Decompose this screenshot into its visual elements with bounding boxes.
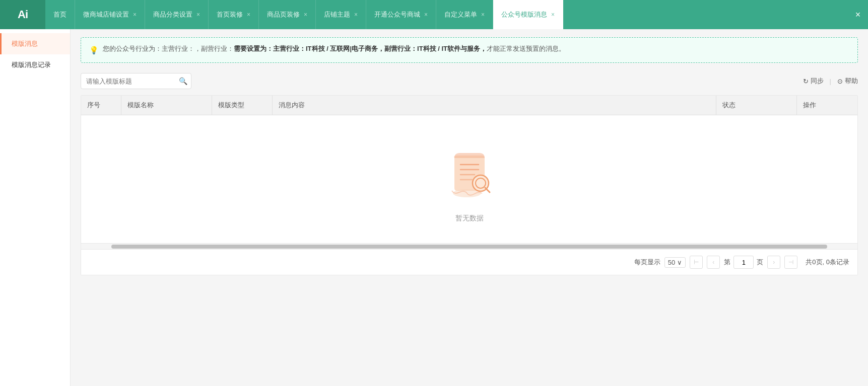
content-area: 💡 您的公众号行业为：主营行业：，副营行业：需要设置为：主营行业：IT科技 / … bbox=[71, 29, 868, 386]
sync-button[interactable]: ↻ 同步 bbox=[803, 76, 824, 86]
main-layout: 模版消息模版消息记录 💡 您的公众号行业为：主营行业：，副营行业：需要设置为：主… bbox=[0, 29, 868, 386]
nav-tab-3[interactable]: 首页装修× bbox=[209, 0, 259, 29]
nav-tab-close[interactable]: × bbox=[133, 11, 137, 18]
nav-tab-0[interactable]: 首页 bbox=[45, 0, 75, 29]
notice-text: 您的公众号行业为：主营行业：，副营行业：需要设置为：主营行业：IT科技 / 互联… bbox=[103, 44, 565, 54]
nav-tab-label: 首页 bbox=[53, 10, 66, 19]
nav-tab-1[interactable]: 微商城店铺设置× bbox=[75, 0, 145, 29]
sidebar-item-1[interactable]: 模版消息记录 bbox=[0, 54, 70, 75]
table-header-3: 消息内容 bbox=[273, 96, 716, 115]
nav-tab-6[interactable]: 开通公众号商城× bbox=[366, 0, 436, 29]
empty-state: 暂无数据 bbox=[81, 115, 857, 243]
table-header-5: 操作 bbox=[797, 96, 857, 115]
page-input-wrap: 第 页 bbox=[724, 256, 763, 269]
nav-tab-label: 商品页装修 bbox=[267, 10, 300, 19]
page-number-input[interactable] bbox=[733, 256, 754, 269]
search-right: ↻ 同步 | ⊙ 帮助 bbox=[803, 76, 858, 86]
logo: Ai bbox=[0, 0, 45, 29]
table-header: 序号模版名称模版类型消息内容状态操作 bbox=[81, 96, 857, 115]
page-last-button[interactable]: ⊣ bbox=[784, 256, 797, 269]
table-header-0: 序号 bbox=[81, 96, 121, 115]
chevron-down-icon: ∨ bbox=[677, 259, 682, 266]
nav-tab-4[interactable]: 商品页装修× bbox=[259, 0, 316, 29]
nav-tab-label: 首页装修 bbox=[217, 10, 243, 19]
nav-tab-7[interactable]: 自定义菜单× bbox=[436, 0, 493, 29]
table-wrap: 序号模版名称模版类型消息内容状态操作 bbox=[81, 95, 858, 275]
empty-text: 暂无数据 bbox=[455, 214, 484, 223]
nav-tab-close[interactable]: × bbox=[424, 11, 428, 18]
scrollbar-thumb[interactable] bbox=[111, 245, 827, 249]
notice-icon: 💡 bbox=[89, 44, 99, 56]
nav-tab-close[interactable]: × bbox=[196, 11, 200, 18]
sidebar: 模版消息模版消息记录 bbox=[0, 29, 71, 386]
page-prev-button[interactable]: ‹ bbox=[707, 256, 720, 269]
nav-tab-label: 自定义菜单 bbox=[444, 10, 477, 19]
nav-tab-close[interactable]: × bbox=[354, 11, 358, 18]
page-size-label: 每页显示 bbox=[634, 258, 660, 267]
nav-tab-label: 商品分类设置 bbox=[153, 10, 192, 19]
table-header-2: 模版类型 bbox=[212, 96, 273, 115]
nav-tab-5[interactable]: 店铺主题× bbox=[316, 0, 366, 29]
nav-tab-label: 店铺主题 bbox=[324, 10, 350, 19]
search-input[interactable] bbox=[81, 73, 191, 89]
sidebar-item-0[interactable]: 模版消息 bbox=[0, 33, 70, 54]
top-nav: Ai 首页微商城店铺设置×商品分类设置×首页装修×商品页装修×店铺主题×开通公众… bbox=[0, 0, 868, 29]
table-header-1: 模版名称 bbox=[121, 96, 212, 115]
horizontal-scrollbar[interactable] bbox=[81, 243, 857, 249]
search-bar: 🔍 ↻ 同步 | ⊙ 帮助 bbox=[81, 73, 858, 89]
sync-icon: ↻ bbox=[803, 78, 809, 85]
table-header-4: 状态 bbox=[716, 96, 797, 115]
search-left: 🔍 bbox=[81, 73, 191, 89]
page-size-select[interactable]: 50 ∨ bbox=[664, 257, 686, 268]
nav-tab-label: 微商城店铺设置 bbox=[83, 10, 129, 19]
nav-tabs: 首页微商城店铺设置×商品分类设置×首页装修×商品页装修×店铺主题×开通公众号商城… bbox=[45, 0, 848, 29]
page-first-button[interactable]: ⊢ bbox=[690, 256, 703, 269]
empty-illustration bbox=[439, 145, 500, 206]
nav-tab-label: 开通公众号商城 bbox=[374, 10, 420, 19]
notice-banner: 💡 您的公众号行业为：主营行业：，副营行业：需要设置为：主营行业：IT科技 / … bbox=[81, 37, 858, 63]
nav-tab-8[interactable]: 公众号模版消息× bbox=[493, 0, 563, 29]
page-next-button[interactable]: › bbox=[767, 256, 780, 269]
nav-tab-close[interactable]: × bbox=[551, 11, 555, 18]
help-icon: ⊙ bbox=[837, 78, 843, 85]
search-input-wrap: 🔍 bbox=[81, 73, 191, 89]
help-button[interactable]: ⊙ 帮助 bbox=[837, 76, 858, 86]
nav-tab-close[interactable]: × bbox=[304, 11, 307, 18]
pagination: 每页显示 50 ∨ ⊢ ‹ 第 页 › ⊣ 共0页, 0条记录 bbox=[81, 249, 857, 275]
search-icon[interactable]: 🔍 bbox=[179, 77, 187, 85]
nav-tab-close[interactable]: × bbox=[247, 11, 250, 18]
page-total: 共0页, 0条记录 bbox=[806, 258, 849, 267]
close-all-button[interactable]: × bbox=[848, 0, 868, 29]
nav-tab-label: 公众号模版消息 bbox=[501, 10, 547, 19]
empty-svg bbox=[439, 145, 500, 206]
nav-tab-close[interactable]: × bbox=[481, 11, 485, 18]
nav-tab-2[interactable]: 商品分类设置× bbox=[145, 0, 209, 29]
divider: | bbox=[830, 78, 831, 85]
